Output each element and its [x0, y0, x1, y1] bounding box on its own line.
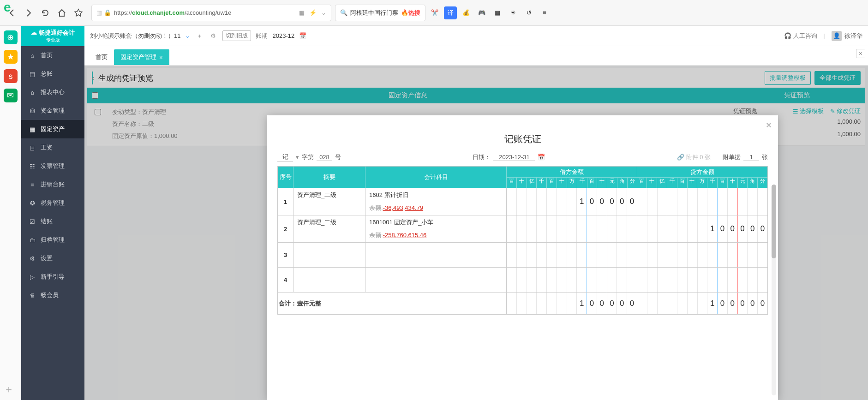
menu-icon[interactable]: ≡	[538, 6, 551, 19]
scissors-icon[interactable]: ✂️	[428, 6, 441, 19]
favorite-button[interactable]	[70, 5, 87, 21]
bolt-icon[interactable]: ⚡	[309, 9, 317, 16]
brightness-icon[interactable]: ☀	[507, 6, 520, 19]
restore-icon[interactable]: ↺	[522, 6, 535, 19]
browser-search[interactable]: 🔍 阿根廷中国行门票 🔥热搜	[335, 5, 425, 21]
wallet-icon[interactable]: 💰	[460, 6, 473, 19]
qr-icon[interactable]: ▦	[299, 9, 305, 16]
shield-icon: ▥	[96, 9, 102, 16]
chevron-down-icon[interactable]: ⌄	[321, 9, 326, 16]
hot-label: 🔥热搜	[401, 9, 420, 17]
grid-icon[interactable]: ▦	[491, 6, 504, 19]
browser-toolbar: ▥ 🔒 https://cloud.chanjet.com/accounting…	[0, 0, 868, 26]
browser-logo: e	[4, 0, 11, 15]
search-icon: 🔍	[340, 9, 347, 16]
forward-button[interactable]	[20, 5, 37, 21]
game-icon[interactable]: 🎮	[475, 6, 488, 19]
reload-button[interactable]	[37, 5, 54, 21]
translate-icon[interactable]: 译	[444, 6, 457, 19]
search-text: 阿根廷中国行门票	[350, 9, 398, 17]
address-bar[interactable]: ▥ 🔒 https://cloud.chanjet.com/accounting…	[91, 5, 331, 21]
home-button[interactable]	[54, 5, 70, 21]
lock-icon: 🔒	[104, 9, 111, 16]
url-text: https://cloud.chanjet.com/accounting/uw1…	[114, 9, 231, 16]
